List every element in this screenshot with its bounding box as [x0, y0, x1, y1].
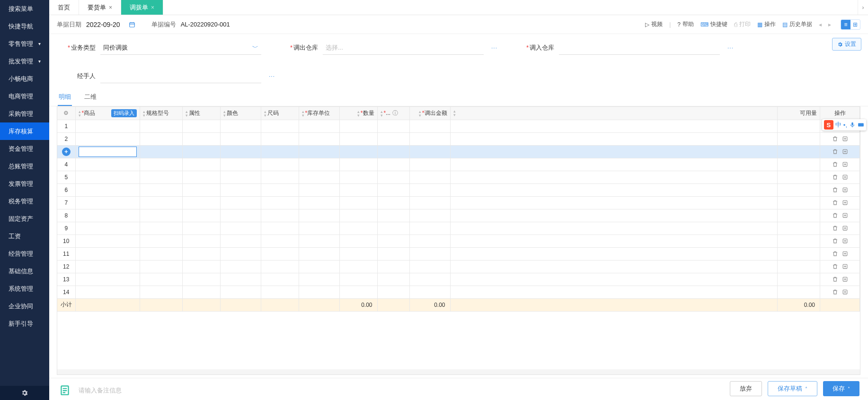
video-action[interactable]: ▷视频 [645, 20, 663, 28]
sidebar-item-2[interactable]: 零售管理▾ [0, 35, 49, 52]
out-warehouse-more[interactable]: ··· [491, 44, 497, 51]
delete-row-icon[interactable] [832, 263, 838, 270]
view-list[interactable]: ≡ [841, 20, 850, 29]
delete-row-icon[interactable] [832, 225, 838, 231]
sidebar-item-4[interactable]: 小畅电商 [0, 70, 49, 87]
table-row[interactable]: 1 [57, 120, 860, 132]
sidebar-settings[interactable] [0, 386, 49, 400]
delete-row-icon[interactable] [832, 289, 838, 295]
table-row[interactable]: 2 [57, 132, 860, 145]
col-amount[interactable]: ▴▾*调出金额 [409, 107, 450, 120]
sidebar-item-3[interactable]: 批发管理▾ [0, 52, 49, 70]
tab-2[interactable]: 调拨单× [121, 0, 163, 15]
sidebar-item-10[interactable]: 发票管理 [0, 175, 49, 192]
next-doc[interactable]: ▸ [828, 21, 831, 28]
col-unit[interactable]: ▴▾*库存单位 [299, 107, 339, 120]
sidebar-item-18[interactable]: 新手引导 [0, 315, 49, 332]
handler-select[interactable] [100, 69, 261, 83]
view-grid[interactable]: ⊞ [850, 20, 860, 29]
tab-1[interactable]: 要货单× [79, 0, 121, 15]
handler-more[interactable]: ··· [269, 73, 275, 79]
add-row-button[interactable]: + [62, 148, 71, 156]
tab-detail[interactable]: 明细 [58, 89, 72, 106]
add-row-icon[interactable] [842, 225, 848, 231]
table-row[interactable]: 14 [57, 286, 860, 298]
in-warehouse-more[interactable]: ··· [727, 44, 734, 51]
sidebar-item-16[interactable]: 系统管理 [0, 280, 49, 297]
col-avail[interactable]: 可用量 [778, 107, 820, 120]
sidebar-item-17[interactable]: 企业协同 [0, 297, 49, 315]
sidebar-item-0[interactable]: 搜索菜单 [0, 0, 49, 17]
ime-punct-icon[interactable]: •, [843, 122, 847, 129]
col-color[interactable]: ▴▾颜色 [220, 107, 261, 120]
delete-row-icon[interactable] [832, 200, 838, 206]
add-row-icon[interactable] [842, 200, 848, 206]
operate-action[interactable]: ▦操作 [757, 20, 776, 28]
col-attr[interactable]: ▴▾属性 [182, 107, 220, 120]
sidebar-item-14[interactable]: 经营管理 [0, 245, 49, 262]
add-row-icon[interactable] [842, 148, 848, 155]
delete-row-icon[interactable] [832, 212, 838, 218]
table-row[interactable]: 12 [57, 260, 860, 273]
tab-0[interactable]: 首页 [49, 0, 79, 15]
table-row[interactable]: 11 [57, 247, 860, 260]
col-qty[interactable]: ▴▾*数量 [339, 107, 377, 120]
ime-keyboard-icon[interactable] [858, 122, 864, 128]
col-config[interactable]: ⚙ [57, 107, 75, 120]
col-spec[interactable]: ▴▾规格型号 [140, 107, 182, 120]
table-row[interactable]: 9 [57, 222, 860, 235]
table-row[interactable]: + [57, 145, 860, 158]
add-row-icon[interactable] [842, 187, 848, 193]
delete-row-icon[interactable] [832, 187, 838, 193]
tab-2d[interactable]: 二维 [83, 89, 97, 106]
sidebar-item-13[interactable]: 工资 [0, 227, 49, 245]
table-row[interactable]: 10 [57, 235, 860, 247]
table-row[interactable]: 8 [57, 209, 860, 222]
delete-row-icon[interactable] [832, 174, 838, 180]
in-warehouse-select[interactable] [559, 41, 720, 55]
add-row-icon[interactable] [842, 136, 848, 142]
doc-date-value[interactable]: 2022-09-20 [86, 21, 120, 28]
add-row-icon[interactable] [842, 174, 848, 180]
table-row[interactable]: 7 [57, 196, 860, 209]
delete-row-icon[interactable] [832, 251, 838, 257]
table-row[interactable]: 6 [57, 183, 860, 196]
delete-row-icon[interactable] [832, 238, 838, 244]
print-action[interactable]: ⎙打印 [734, 20, 751, 28]
calendar-icon[interactable] [129, 21, 135, 28]
ime-mic-icon[interactable] [849, 122, 856, 128]
biz-type-select[interactable]: 同价调拨 ﹀ [100, 41, 261, 55]
ime-lang[interactable]: 中 [835, 121, 841, 129]
shortcut-action[interactable]: ⌨快捷键 [700, 20, 727, 28]
add-row-icon[interactable] [842, 263, 848, 270]
table-row[interactable]: 4 [57, 158, 860, 171]
tabs-scroll-right[interactable]: › [858, 0, 868, 15]
add-row-icon[interactable] [842, 251, 848, 257]
help-action[interactable]: ?帮助 [677, 20, 694, 28]
sidebar-item-8[interactable]: 资金管理 [0, 140, 49, 157]
save-button[interactable]: 保存˄ [823, 381, 859, 396]
discard-button[interactable]: 放弃 [730, 381, 762, 396]
horizontal-scrollbar[interactable] [57, 369, 860, 375]
close-icon[interactable]: × [109, 4, 112, 11]
delete-row-icon[interactable] [832, 276, 838, 282]
sidebar-item-5[interactable]: 电商管理 [0, 87, 49, 105]
add-row-icon[interactable] [842, 289, 848, 295]
history-action[interactable]: ▤历史单据 [782, 20, 812, 28]
add-row-icon[interactable] [842, 238, 848, 244]
table-row[interactable]: 5 [57, 171, 860, 183]
add-row-icon[interactable] [842, 161, 848, 167]
sidebar-item-7[interactable]: 库存核算 [0, 122, 49, 140]
sidebar-item-1[interactable]: 快捷导航 [0, 17, 49, 35]
sidebar-item-15[interactable]: 基础信息 [0, 262, 49, 280]
col-hidden[interactable]: ▴▾*... ⓘ [377, 107, 409, 120]
col-size[interactable]: ▴▾尺码 [261, 107, 299, 120]
scan-entry-badge[interactable]: 扫码录入 [111, 109, 137, 117]
sidebar-item-9[interactable]: 总账管理 [0, 157, 49, 175]
add-row-icon[interactable] [842, 212, 848, 218]
out-warehouse-select[interactable]: 选择... [323, 41, 484, 55]
delete-row-icon[interactable] [832, 148, 838, 155]
delete-row-icon[interactable] [832, 136, 838, 142]
product-cell-input[interactable] [79, 147, 137, 157]
add-row-icon[interactable] [842, 276, 848, 282]
